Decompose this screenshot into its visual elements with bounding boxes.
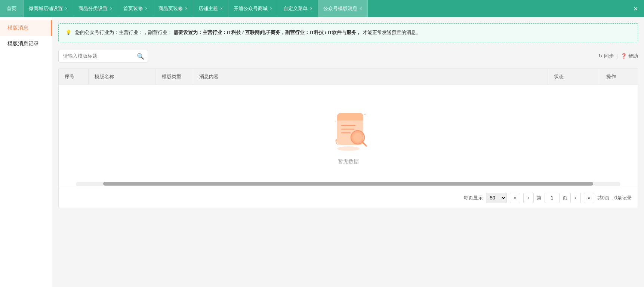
help-icon: ❓	[621, 53, 627, 59]
alert-box: 💡 您的公众号行业为：主营行业：，副营行业： 需要设置为：主营行业：IT科技 /…	[58, 23, 638, 42]
next-page-button[interactable]: ›	[570, 193, 581, 203]
first-page-button[interactable]: «	[510, 193, 520, 203]
close-theme[interactable]: ×	[220, 6, 223, 11]
page-unit: 页	[563, 195, 567, 201]
help-button[interactable]: ❓ 帮助	[621, 53, 638, 59]
empty-illustration: ✦ ✦	[326, 107, 371, 152]
nav-tab-home[interactable]: 首页	[0, 0, 24, 17]
pagination: 每页显示 50 10 20 100 « ‹ 第 页 › » 共0页，0条记录	[59, 188, 638, 208]
close-weishop[interactable]: ×	[65, 6, 68, 11]
h-scrollbar[interactable]	[76, 182, 620, 186]
content-area: 💡 您的公众号行业为：主营行业：，副营行业： 需要设置为：主营行业：IT科技 /…	[52, 17, 644, 287]
page-input[interactable]	[545, 193, 560, 203]
svg-point-5	[353, 133, 362, 142]
svg-point-0	[337, 146, 360, 151]
scrollbar-thumb[interactable]	[103, 182, 593, 186]
close-custommenu[interactable]: ×	[310, 6, 312, 11]
close-templatemsg[interactable]: ×	[360, 6, 362, 11]
th-name: 模版名称	[89, 69, 156, 85]
sidebar-item-template-record[interactable]: 模版消息记录	[0, 36, 52, 52]
sidebar: 模版消息 模版消息记录	[0, 17, 52, 287]
search-bar: 🔍 ↻ 同步 | ❓ 帮助	[58, 50, 638, 62]
main-layout: 模版消息 模版消息记录 💡 您的公众号行业为：主营行业：，副营行业： 需要设置为…	[0, 17, 644, 287]
close-openstore[interactable]: ×	[270, 6, 272, 11]
prev-page-button[interactable]: ‹	[523, 193, 534, 203]
nav-tab-category[interactable]: 商品分类设置 ×	[73, 0, 118, 17]
bulb-icon: 💡	[65, 30, 71, 35]
empty-state: ✦ ✦ 暂无数据	[59, 85, 638, 180]
nav-tab-templatemsg[interactable]: 公众号模版消息 ×	[318, 0, 368, 17]
th-content: 消息内容	[193, 69, 548, 85]
nav-tab-custommenu[interactable]: 自定义菜单 ×	[278, 0, 318, 17]
th-status: 状态	[548, 69, 600, 85]
page-size-select[interactable]: 50 10 20 100	[486, 193, 507, 203]
th-type: 模版类型	[156, 69, 193, 85]
page-label: 第	[537, 195, 542, 201]
th-action: 操作	[600, 69, 638, 85]
search-input[interactable]	[58, 50, 148, 62]
nav-tab-weishop[interactable]: 微商城店铺设置 ×	[24, 0, 73, 17]
table-header: 序号 模版名称 模版类型 消息内容 状态 操作	[59, 69, 638, 85]
sync-button[interactable]: ↻ 同步	[598, 53, 614, 59]
toolbar-right: ↻ 同步 | ❓ 帮助	[598, 53, 638, 59]
top-nav: 首页 微商城店铺设置 × 商品分类设置 × 首页装修 × 商品页装修 × 店铺主…	[0, 0, 644, 17]
page-size-label: 每页显示	[463, 195, 483, 201]
last-page-button[interactable]: »	[584, 193, 594, 203]
svg-line-6	[362, 142, 366, 146]
data-table: 序号 模版名称 模版类型 消息内容 状态 操作	[58, 68, 638, 208]
close-product[interactable]: ×	[185, 6, 188, 11]
empty-text: 暂无数据	[338, 158, 359, 165]
nav-tab-product[interactable]: 商品页装修 ×	[153, 0, 193, 17]
th-seq: 序号	[59, 69, 89, 85]
nav-tab-openstore[interactable]: 开通公众号商城 ×	[228, 0, 278, 17]
total-info: 共0页，0条记录	[597, 195, 632, 201]
nav-tab-homepage[interactable]: 首页装修 ×	[118, 0, 153, 17]
close-homepage[interactable]: ×	[145, 6, 148, 11]
sidebar-item-template-msg[interactable]: 模版消息	[0, 20, 52, 36]
search-input-wrap: 🔍	[58, 50, 148, 62]
close-all-button[interactable]: ✕	[627, 5, 644, 12]
close-category[interactable]: ×	[110, 6, 113, 11]
search-icon[interactable]: 🔍	[137, 52, 144, 59]
sync-icon: ↻	[598, 53, 603, 59]
divider: |	[617, 53, 618, 59]
nav-tab-theme[interactable]: 店铺主题 ×	[193, 0, 228, 17]
svg-text:✦: ✦	[334, 120, 337, 123]
scrollbar-area	[59, 180, 638, 188]
svg-text:✦: ✦	[363, 112, 366, 116]
